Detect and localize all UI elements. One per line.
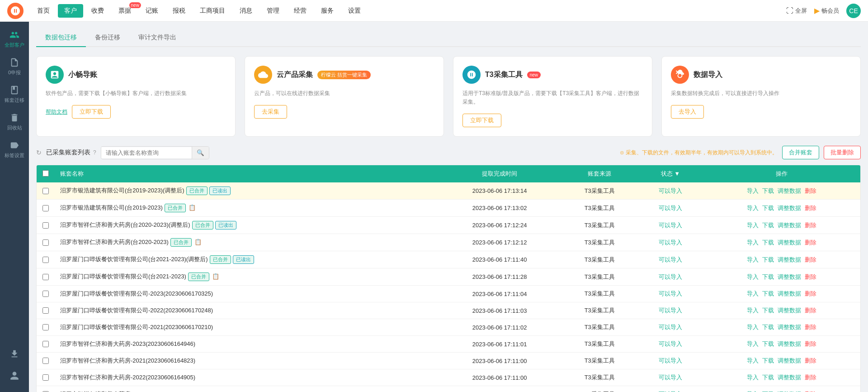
action-下载[interactable]: 下载	[762, 290, 774, 297]
action-下载[interactable]: 下载	[762, 187, 774, 194]
action-删除[interactable]: 删除	[805, 256, 816, 263]
action-导入[interactable]: 导入	[747, 273, 759, 280]
action-调整数据[interactable]: 调整数据	[778, 340, 801, 347]
row-checkbox[interactable]	[42, 324, 49, 330]
row-checkbox[interactable]	[42, 307, 49, 314]
action-调整数据[interactable]: 调整数据	[778, 187, 801, 194]
action-下载[interactable]: 下载	[762, 222, 774, 229]
action-下载[interactable]: 下载	[762, 239, 774, 246]
sidebar-item-recycle[interactable]: 回收站	[0, 108, 29, 136]
refresh-icon[interactable]: ↻	[36, 149, 42, 156]
action-删除[interactable]: 删除	[805, 374, 816, 381]
nav-client[interactable]: 客户	[58, 4, 83, 18]
action-删除[interactable]: 删除	[805, 187, 816, 194]
merge-button[interactable]: 合并账套	[782, 146, 819, 159]
action-删除[interactable]: 删除	[805, 205, 816, 211]
row-checkbox[interactable]	[42, 374, 49, 381]
import-goto-btn[interactable]: 去导入	[671, 105, 704, 119]
action-导入[interactable]: 导入	[747, 307, 759, 314]
row-checkbox[interactable]	[42, 274, 49, 280]
action-调整数据[interactable]: 调整数据	[778, 374, 801, 381]
row-checkbox[interactable]	[42, 188, 49, 194]
action-导入[interactable]: 导入	[747, 222, 759, 229]
action-调整数据[interactable]: 调整数据	[778, 357, 801, 364]
search-input[interactable]	[101, 147, 192, 158]
action-导入[interactable]: 导入	[747, 324, 759, 330]
action-删除[interactable]: 删除	[805, 273, 816, 280]
action-导入[interactable]: 导入	[747, 374, 759, 381]
sidebar-item-all-clients[interactable]: 全部客户	[0, 25, 29, 53]
action-导入[interactable]: 导入	[747, 256, 759, 263]
sidebar-download-icon[interactable]	[5, 345, 24, 363]
search-button[interactable]: 🔍	[192, 147, 209, 159]
action-调整数据[interactable]: 调整数据	[778, 290, 801, 297]
nav-invoice[interactable]: 票据 new	[112, 4, 137, 18]
tab-data-migration[interactable]: 数据包迁移	[36, 29, 86, 47]
action-删除[interactable]: 删除	[805, 239, 816, 246]
user-avatar[interactable]: CE	[846, 4, 861, 18]
sidebar-user-icon[interactable]	[5, 367, 24, 385]
nav-home[interactable]: 首页	[31, 4, 56, 18]
sidebar-item-account-migrate[interactable]: 账套迁移	[0, 81, 29, 108]
nav-bookkeeping[interactable]: 记账	[139, 4, 165, 18]
action-删除[interactable]: 删除	[805, 307, 816, 314]
action-调整数据[interactable]: 调整数据	[778, 205, 801, 211]
action-导入[interactable]: 导入	[747, 205, 759, 211]
action-删除[interactable]: 删除	[805, 290, 816, 297]
action-调整数据[interactable]: 调整数据	[778, 239, 801, 246]
action-调整数据[interactable]: 调整数据	[778, 222, 801, 229]
row-checkbox[interactable]	[42, 239, 49, 246]
action-下载[interactable]: 下载	[762, 273, 774, 280]
edit-icon[interactable]: 📋	[194, 239, 202, 245]
nav-manage[interactable]: 管理	[260, 4, 286, 18]
action-导入[interactable]: 导入	[747, 187, 759, 194]
action-下载[interactable]: 下载	[762, 256, 774, 263]
nav-message[interactable]: 消息	[233, 4, 259, 18]
row-checkbox[interactable]	[42, 291, 49, 297]
action-导入[interactable]: 导入	[747, 357, 759, 364]
select-all-checkbox[interactable]	[42, 170, 49, 177]
action-调整数据[interactable]: 调整数据	[778, 324, 801, 330]
action-下载[interactable]: 下载	[762, 307, 774, 314]
sidebar-item-zero-declare[interactable]: 0申报	[0, 53, 29, 81]
nav-operation[interactable]: 经营	[288, 4, 313, 18]
edit-icon[interactable]: 📋	[189, 204, 196, 211]
action-调整数据[interactable]: 调整数据	[778, 307, 801, 314]
batch-delete-button[interactable]: 批量删除	[824, 146, 861, 159]
action-下载[interactable]: 下载	[762, 205, 774, 211]
action-调整数据[interactable]: 调整数据	[778, 256, 801, 263]
nav-tax[interactable]: 报税	[166, 4, 192, 18]
nav-business[interactable]: 工商项目	[193, 4, 231, 18]
action-导入[interactable]: 导入	[747, 340, 759, 347]
app-logo[interactable]	[7, 3, 24, 19]
xiaochangzhang-help-link[interactable]: 帮助文档	[46, 108, 67, 116]
list-help-icon[interactable]: ?	[93, 149, 96, 156]
action-下载[interactable]: 下载	[762, 357, 774, 364]
action-导入[interactable]: 导入	[747, 290, 759, 297]
action-下载[interactable]: 下载	[762, 324, 774, 330]
action-删除[interactable]: 删除	[805, 340, 816, 347]
t3-download-btn[interactable]: 立即下载	[462, 114, 501, 127]
action-下载[interactable]: 下载	[762, 340, 774, 347]
row-checkbox[interactable]	[42, 257, 49, 263]
xiaochangzhang-download-btn[interactable]: 立即下载	[72, 105, 111, 119]
edit-icon[interactable]: 📋	[212, 273, 219, 280]
action-调整数据[interactable]: 调整数据	[778, 273, 801, 280]
sidebar-item-tag-settings[interactable]: 标签设置	[0, 136, 29, 163]
row-checkbox[interactable]	[42, 341, 49, 347]
action-下载[interactable]: 下载	[762, 374, 774, 381]
fullscreen-button[interactable]: ⛶ 全屏	[786, 7, 807, 15]
action-删除[interactable]: 删除	[805, 357, 816, 364]
row-checkbox[interactable]	[42, 358, 49, 364]
nav-settings[interactable]: 设置	[342, 4, 367, 18]
cloud-collect-btn[interactable]: 去采集	[254, 105, 287, 119]
tab-backup-migration[interactable]: 备份迁移	[86, 29, 129, 47]
row-checkbox[interactable]	[42, 205, 49, 211]
action-导入[interactable]: 导入	[747, 239, 759, 246]
nav-fee[interactable]: 收费	[85, 4, 110, 18]
member-button[interactable]: ▶ 畅会员	[814, 6, 839, 15]
row-checkbox[interactable]	[42, 222, 49, 229]
tab-audit-export[interactable]: 审计文件导出	[129, 29, 185, 47]
nav-service[interactable]: 服务	[315, 4, 340, 18]
action-删除[interactable]: 删除	[805, 324, 816, 330]
